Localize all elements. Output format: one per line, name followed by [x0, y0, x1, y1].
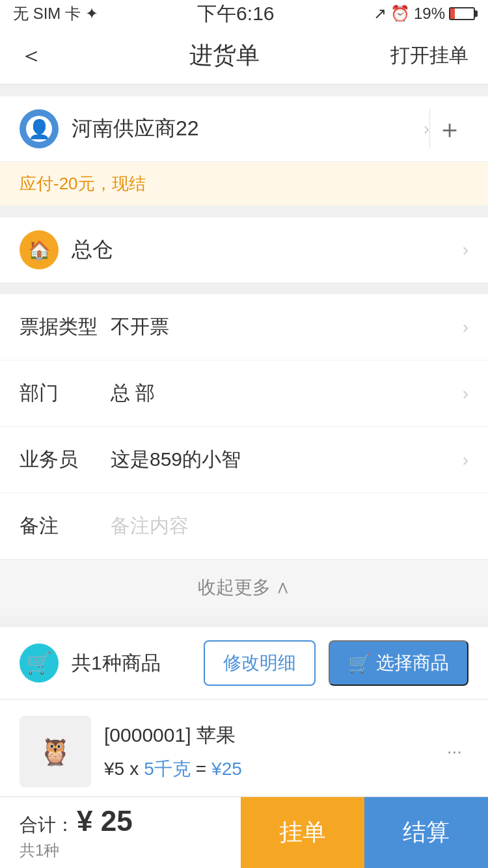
- department-chevron-icon: ›: [463, 383, 468, 404]
- status-left: 无 SIM 卡 ✦: [13, 3, 98, 24]
- warehouse-section: 🏠 总仓 ›: [0, 217, 488, 282]
- salesman-row[interactable]: 业务员 这是859的小智 ›: [0, 427, 488, 493]
- bottom-total: 合计： ¥ 25 共1种: [0, 805, 241, 861]
- supplier-section: 👤 河南供应商22 › ＋ 应付-20元，现结: [0, 96, 488, 206]
- supplier-name[interactable]: 河南供应商22: [72, 115, 424, 143]
- product-name: [0000001] 苹果: [104, 722, 427, 749]
- add-supplier-button[interactable]: ＋: [429, 109, 468, 148]
- sim-label: 无 SIM 卡 ✦: [13, 3, 98, 24]
- battery-label: 19%: [414, 5, 445, 23]
- warehouse-icon-wrap: 🏠: [20, 230, 59, 269]
- user-icon: 👤: [28, 118, 51, 140]
- product-thumbnail: 🦉: [20, 716, 91, 787]
- invoice-row[interactable]: 票据类型 不开票 ›: [0, 294, 488, 360]
- salesman-value: 这是859的小智: [111, 446, 463, 473]
- department-row[interactable]: 部门 总 部 ›: [0, 360, 488, 427]
- invoice-label: 票据类型: [20, 314, 111, 340]
- collapse-button[interactable]: 收起更多 ∧: [0, 560, 488, 616]
- hang-button[interactable]: 挂单: [241, 797, 364, 869]
- invoice-chevron-icon: ›: [463, 317, 468, 338]
- chevron-right-icon: ›: [424, 118, 429, 139]
- product-price-row: ¥5 x 5千克 = ¥25: [104, 757, 427, 781]
- select-product-icon: 🛒: [348, 653, 371, 674]
- product-total-price: ¥25: [211, 759, 242, 780]
- status-bar: 无 SIM 卡 ✦ 下午6:16 ↗ ⏰ 19%: [0, 0, 488, 27]
- product-count-icon: 🛒: [20, 644, 59, 683]
- supplier-alert: 应付-20元，现结: [0, 162, 488, 206]
- owl-icon: 🦉: [39, 737, 72, 767]
- divider-1: [0, 85, 488, 96]
- form-section: 票据类型 不开票 › 部门 总 部 › 业务员 这是859的小智 › 备注 备注…: [0, 294, 488, 560]
- remark-input[interactable]: 备注内容: [111, 513, 468, 539]
- back-button[interactable]: ＜: [20, 40, 59, 72]
- checkout-button[interactable]: 结算: [364, 797, 488, 869]
- location-icon: ↗: [373, 5, 386, 23]
- warehouse-icon: 🏠: [28, 239, 51, 261]
- divider-3: [0, 282, 488, 294]
- nav-bar: ＜ 进货单 打开挂单: [0, 27, 488, 85]
- product-equals: =: [196, 759, 206, 780]
- invoice-value: 不开票: [111, 314, 463, 340]
- remark-row[interactable]: 备注 备注内容: [0, 493, 488, 560]
- open-hang-button[interactable]: 打开挂单: [390, 42, 468, 69]
- product-info: [0000001] 苹果 ¥5 x 5千克 = ¥25: [104, 722, 427, 781]
- warehouse-name: 总仓: [72, 236, 463, 264]
- battery-icon: [449, 7, 475, 20]
- product-header: 🛒 共1种商品 修改明细 🛒 选择商品: [0, 627, 488, 699]
- warehouse-chevron-icon: ›: [463, 239, 468, 260]
- edit-detail-button[interactable]: 修改明细: [204, 640, 316, 686]
- product-item: 🦉 [0000001] 苹果 ¥5 x 5千克 = ¥25 ···: [0, 700, 488, 803]
- remark-label: 备注: [20, 513, 111, 539]
- product-more-button[interactable]: ···: [441, 735, 468, 768]
- total-label: 合计：: [20, 813, 74, 837]
- divider-2: [0, 206, 488, 217]
- supplier-avatar: 👤: [20, 109, 59, 148]
- supplier-row: 👤 河南供应商22 › ＋: [0, 96, 488, 162]
- total-sub-label: 共1种: [20, 840, 221, 861]
- salesman-label: 业务员: [20, 446, 111, 473]
- bottom-bar: 合计： ¥ 25 共1种 挂单 结算: [0, 796, 488, 868]
- select-product-button[interactable]: 🛒 选择商品: [329, 640, 468, 686]
- status-right: ↗ ⏰ 19%: [373, 5, 475, 23]
- product-multiply: x: [129, 759, 139, 780]
- divider-4: [0, 616, 488, 627]
- status-time: 下午6:16: [197, 1, 274, 27]
- salesman-chevron-icon: ›: [463, 450, 468, 470]
- total-amount: ¥ 25: [77, 805, 133, 837]
- warehouse-row[interactable]: 🏠 总仓 ›: [0, 217, 488, 282]
- page-title: 进货单: [59, 40, 390, 72]
- product-count-label: 共1种商品: [72, 650, 191, 677]
- cart-icon: 🛒: [26, 651, 52, 675]
- alarm-icon: ⏰: [390, 5, 410, 23]
- product-quantity: 5千克: [144, 757, 191, 781]
- department-value: 总 部: [111, 380, 463, 407]
- department-label: 部门: [20, 380, 111, 407]
- product-unit-price: ¥5: [104, 759, 124, 780]
